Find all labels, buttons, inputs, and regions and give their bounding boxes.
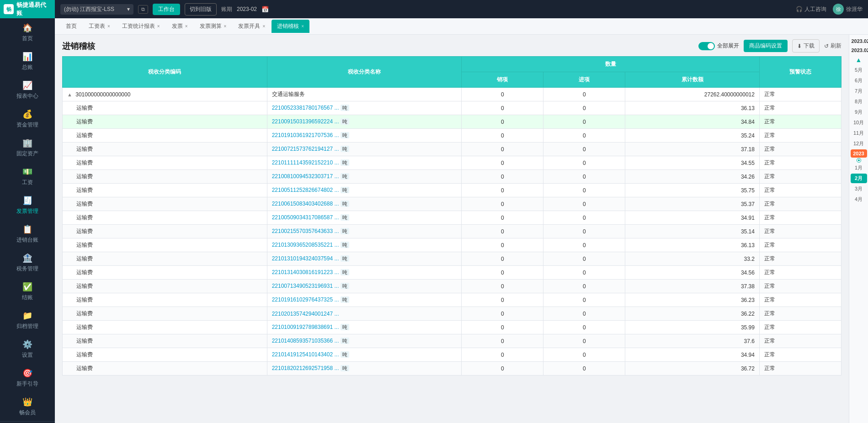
refresh-button[interactable]: ↺ 刷新 [824, 42, 841, 50]
cell-sales: 0 [462, 211, 543, 225]
tab-payroll[interactable]: 工资表 × [83, 20, 116, 33]
sidebar-item-funds[interactable]: 💰 资金管理 [0, 105, 55, 133]
sidebar-item-settings[interactable]: ⚙️ 设置 [0, 335, 55, 364]
calendar-year-month-1[interactable]: 2023.02 [851, 37, 867, 45]
sidebar-item-tax[interactable]: 🏦 税务管理 [0, 249, 55, 277]
tab-invoice-calc-close[interactable]: × [224, 24, 227, 29]
cell-invoice[interactable]: 22101009192789838691 ... 吨 [267, 321, 462, 334]
table-row: 运输费 22100511252826674802 ... 吨 0 0 35.75… [63, 184, 841, 197]
calendar-month-12[interactable]: 12月 [851, 139, 867, 148]
cell-invoice[interactable]: 22101314030816191223 ... 吨 [267, 266, 462, 280]
home-icon: 🏠 [22, 23, 32, 33]
sidebar-item-guide[interactable]: 🎯 新手引导 [0, 364, 55, 392]
cell-invoice[interactable]: 22101916102976437325 ... 吨 [267, 293, 462, 307]
sidebar-item-settle[interactable]: ✅ 结账 [0, 277, 55, 306]
switch-version-button[interactable]: 切到旧版 [185, 3, 217, 16]
calendar-month-6[interactable]: 6月 [851, 76, 867, 85]
download-icon: ⬇ [797, 43, 802, 49]
user-menu[interactable]: 徐 徐涯华 [833, 4, 863, 15]
cell-status: 正常 [759, 348, 841, 362]
cell-invoice[interactable]: 22101309365208535221 ... 吨 [267, 238, 462, 252]
calendar-month-10[interactable]: 10月 [851, 118, 867, 127]
sidebar-item-member[interactable]: 👑 畅会员 [0, 392, 55, 421]
th-warn: 预警状态 [759, 57, 841, 88]
sidebar-item-label: 税务管理 [16, 265, 38, 273]
cell-invoice[interactable]: 22100511252826674802 ... 吨 [267, 184, 462, 197]
cell-invoice[interactable]: 22100810094532303717 ... 吨 [267, 170, 462, 184]
cell-invoice[interactable]: 22101408593571035366 ... 吨 [267, 334, 462, 348]
calendar-year-2023[interactable]: 2023 [851, 149, 867, 158]
sidebar-item-label: 固定资产 [16, 150, 38, 158]
calendar-month-3[interactable]: 3月 [851, 184, 867, 194]
copy-button[interactable]: ⧉ [138, 5, 148, 14]
workspace-button[interactable]: 工作台 [153, 4, 180, 15]
calendar-month-2-active[interactable]: 2月 [851, 174, 867, 183]
th-sales: 销项 [462, 72, 543, 88]
th-purchase: 进项 [543, 72, 625, 88]
cell-invoice[interactable]: 22101910361921707536 ... 吨 [267, 129, 462, 143]
tab-payroll-stats-close[interactable]: × [157, 24, 160, 29]
cell-invoice[interactable]: 22101310194324037594 ... 吨 [267, 252, 462, 266]
tab-invoice-issue-close[interactable]: × [262, 24, 265, 29]
support-label[interactable]: 🎧 人工咨询 [796, 5, 826, 13]
calendar-month-11[interactable]: 11月 [851, 128, 867, 138]
sidebar-item-archive[interactable]: 📁 归档管理 [0, 306, 55, 335]
tab-home[interactable]: 首页 [60, 20, 82, 33]
calendar-up-arrow[interactable]: ▲ [856, 55, 862, 65]
cell-invoice[interactable]: 22101111143592152210 ... 吨 [267, 156, 462, 170]
table-row: 运输费 22101910361921707536 ... 吨 0 0 35.24… [63, 129, 841, 143]
company-selector[interactable]: (勿动) 江西报宝-LSS ▾ [60, 4, 133, 15]
table-row: 运输费 22102013574294001247 ... 0 0 36.22 正… [63, 307, 841, 321]
calendar-month-7[interactable]: 7月 [851, 86, 867, 96]
calendar-year-month-2[interactable]: 2023.02 [851, 46, 867, 54]
cell-cumulative: 34.91 [625, 211, 760, 225]
cell-invoice[interactable]: 22100721573762194127 ... 吨 [267, 143, 462, 156]
sidebar-item-payroll[interactable]: 💵 工资 [0, 162, 55, 191]
sidebar-item-ledger[interactable]: 📊 总账 [0, 47, 55, 76]
goods-code-button[interactable]: 商品编码设置 [744, 40, 788, 52]
collapse-icon[interactable]: ▲ [67, 92, 72, 97]
calendar-month-9[interactable]: 9月 [851, 107, 867, 117]
calendar-month-1[interactable]: 1月 [851, 163, 867, 173]
tab-payroll-close[interactable]: × [107, 24, 110, 29]
cell-invoice[interactable]: 22101820212692571958 ... 吨 [267, 362, 462, 375]
cell-name: 运输费 [63, 197, 267, 211]
tab-invoice-issue[interactable]: 发票开具 × [233, 20, 271, 33]
topbar-right: 🎧 人工咨询 徐 徐涯华 [796, 4, 863, 15]
calendar-month-5[interactable]: 5月 [851, 65, 867, 75]
cell-status: 正常 [759, 211, 841, 225]
sidebar-item-inout[interactable]: 📋 进销台账 [0, 220, 55, 249]
sidebar-item-home[interactable]: 🏠 首页 [0, 18, 55, 47]
user-name: 徐涯华 [846, 5, 863, 13]
cell-invoice[interactable]: 22100523381780176567 ... 吨 [267, 101, 462, 115]
sidebar-item-assets[interactable]: 🏢 固定资产 [0, 133, 55, 162]
cell-invoice[interactable]: 22101419125410143402 ... 吨 [267, 348, 462, 362]
tab-invoice-close[interactable]: × [185, 24, 188, 29]
download-button[interactable]: ⬇ 下载 [792, 39, 820, 53]
cell-invoice[interactable]: 22100509034317086587 ... 吨 [267, 211, 462, 225]
tab-reconcile-close[interactable]: × [301, 24, 304, 29]
calendar-month-4[interactable]: 4月 [851, 195, 867, 204]
th-cumulative: 累计数额 [625, 72, 760, 88]
sidebar: 畅 畅捷通易代账 🏠 首页 📊 总账 📈 报表中心 💰 资金管理 🏢 固定资产 … [0, 0, 55, 423]
tab-invoice-calc[interactable]: 发票测算 × [194, 20, 232, 33]
cell-name: 运输费 [63, 321, 267, 334]
unpin-button[interactable]: ◀◀ 取消固定 [0, 421, 55, 423]
tab-invoice[interactable]: 发票 × [166, 20, 193, 33]
page-title: 进销稽核 [62, 41, 95, 52]
calendar-month-8[interactable]: 8月 [851, 97, 867, 106]
sidebar-item-reports[interactable]: 📈 报表中心 [0, 76, 55, 105]
sidebar-item-invoice[interactable]: 🧾 发票管理 [0, 191, 55, 220]
cell-invoice[interactable]: 22102013574294001247 ... [267, 307, 462, 321]
toggle-expand[interactable]: 全部展开 [698, 42, 739, 50]
toggle-switch[interactable] [698, 42, 715, 50]
cell-invoice[interactable]: 22100215570357643633 ... 吨 [267, 225, 462, 238]
tab-reconcile[interactable]: 进销稽核 × [272, 20, 309, 33]
cell-name: 运输费 [63, 211, 267, 225]
dropdown-icon: ▾ [127, 6, 130, 12]
cell-invoice[interactable]: 22100915031396592224 ... 吨 [267, 115, 462, 129]
cell-invoice[interactable]: 22100713490523196931 ... 吨 [267, 280, 462, 293]
tab-payroll-stats[interactable]: 工资统计报表 × [117, 20, 165, 33]
assets-icon: 🏢 [22, 138, 32, 148]
cell-invoice[interactable]: 22100615083403402688 ... 吨 [267, 197, 462, 211]
